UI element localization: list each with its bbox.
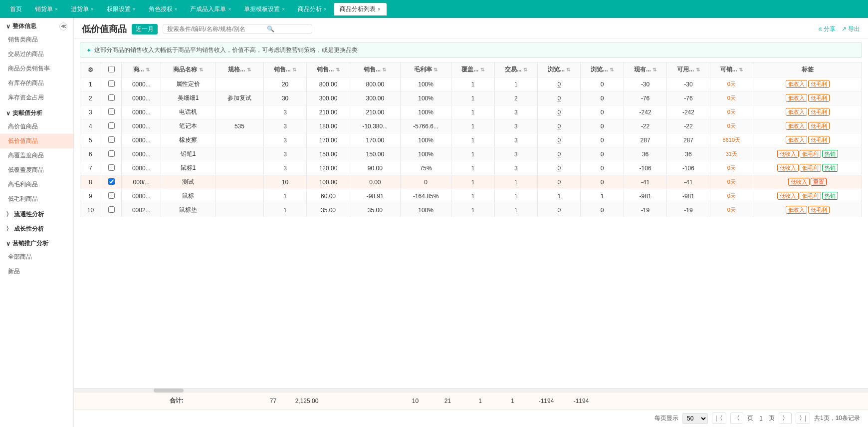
collapse-overview-btn[interactable]: ≪	[59, 22, 67, 30]
row-browse1[interactable]: 0	[538, 175, 581, 189]
sidebar-item-low-margin[interactable]: 低毛利商品	[0, 192, 73, 206]
sidebar-group-marketing[interactable]: ∨ 营销推广分析	[0, 235, 73, 250]
row-browse1[interactable]: 0	[538, 105, 581, 119]
row-check[interactable]	[108, 178, 115, 185]
row-browse1[interactable]: 0	[538, 133, 581, 147]
table-row[interactable]: 10 0002... 鼠标垫 1 35.00 35.00 100% 1 1 0 …	[80, 203, 862, 217]
col-coverage[interactable]: 覆盖... ⇅	[451, 62, 494, 77]
sidebar-item-stock-capital[interactable]: 库存资金占用	[0, 90, 73, 105]
col-spec[interactable]: 规格... ⇅	[215, 62, 263, 77]
sidebar-item-traded-products[interactable]: 交易过的商品	[0, 47, 73, 61]
close-product-list-icon[interactable]: ×	[378, 6, 381, 12]
row-browse1[interactable]: 0	[538, 147, 581, 161]
col-sales-qty[interactable]: 销售... ⇅	[263, 62, 306, 77]
sidebar-item-category-rate[interactable]: 商品分类销售率	[0, 61, 73, 76]
col-browse2[interactable]: 浏览... ⇅	[581, 62, 624, 77]
row-checkbox[interactable]	[101, 203, 121, 217]
sidebar-item-high-coverage[interactable]: 高覆盖度商品	[0, 148, 73, 163]
table-row[interactable]: 3 0000... 电话机 3 210.00 210.00 100% 1 3 0…	[80, 105, 862, 119]
nav-stock-in[interactable]: 产成品入库单 ×	[184, 3, 237, 15]
row-checkbox[interactable]	[101, 133, 121, 147]
sidebar-item-high-value[interactable]: 高价值商品	[0, 119, 73, 134]
sidebar-item-sales-products[interactable]: 销售类商品	[0, 32, 73, 47]
row-check[interactable]	[108, 150, 115, 157]
col-sales-cost[interactable]: 销售... ⇅	[350, 62, 400, 77]
select-all-checkbox[interactable]	[108, 66, 115, 72]
row-check[interactable]	[108, 108, 115, 115]
table-row[interactable]: 7 0000... 鼠标1 3 120.00 90.00 75% 1 3 0 0…	[80, 161, 862, 175]
prev-page-button[interactable]: 〈	[730, 413, 743, 424]
row-browse1[interactable]: 0	[538, 161, 581, 175]
sidebar-item-high-margin[interactable]: 高毛利商品	[0, 177, 73, 192]
sidebar-item-all-products[interactable]: 全部商品	[0, 250, 73, 264]
per-page-select[interactable]: 50 100 200	[682, 413, 708, 424]
close-product-analysis-icon[interactable]: ×	[324, 6, 327, 12]
share-button[interactable]: ⎋ 分享	[819, 25, 836, 33]
col-sellable[interactable]: 可销... ⇅	[710, 62, 753, 77]
nav-home[interactable]: 首页	[4, 3, 28, 15]
row-checkbox[interactable]	[101, 147, 121, 161]
row-checkbox[interactable]	[101, 161, 121, 175]
export-button[interactable]: ↗ 导出	[842, 25, 860, 33]
table-row[interactable]: 4 0000... 笔记本 535 3 180.00 -10,380... -5…	[80, 119, 862, 133]
row-check[interactable]	[108, 80, 115, 87]
close-template-icon[interactable]: ×	[282, 6, 285, 12]
col-checkbox[interactable]	[101, 62, 121, 77]
next-page-button[interactable]: 〉	[779, 413, 792, 424]
table-row[interactable]: 6 0000... 铅笔1 3 150.00 150.00 100% 1 3 0…	[80, 147, 862, 161]
row-checkbox[interactable]	[101, 175, 121, 189]
row-check[interactable]	[108, 192, 115, 199]
nav-product-analysis[interactable]: 商品分析 ×	[292, 3, 333, 15]
row-check[interactable]	[108, 122, 115, 129]
row-checkbox[interactable]	[101, 77, 121, 91]
sidebar-item-stock-products[interactable]: 有库存的商品	[0, 76, 73, 90]
close-purchase-icon[interactable]: ×	[91, 6, 94, 12]
table-row[interactable]: 5 0000... 橡皮擦 3 170.00 170.00 100% 1 3 0…	[80, 133, 862, 147]
row-checkbox[interactable]	[101, 119, 121, 133]
table-row[interactable]: 9 0000... 鼠标 1 60.00 -98.91 -164.85% 1 1…	[80, 189, 862, 203]
col-tags[interactable]: 标签	[753, 62, 862, 77]
close-sales-icon[interactable]: ×	[55, 6, 58, 12]
row-checkbox[interactable]	[101, 91, 121, 105]
col-gross-rate[interactable]: 毛利率 ⇅	[400, 62, 451, 77]
col-browse1[interactable]: 浏览... ⇅	[538, 62, 581, 77]
table-row[interactable]: 2 0000... 吴细细1 参加复试 30 300.00 300.00 100…	[80, 91, 862, 105]
row-checkbox[interactable]	[101, 105, 121, 119]
row-browse1[interactable]: 0	[538, 119, 581, 133]
last-page-button[interactable]: 〉|	[796, 413, 810, 424]
row-check[interactable]	[108, 164, 115, 171]
sidebar-group-overview[interactable]: ∨ 整体信息 ≪	[0, 18, 73, 32]
close-stock-in-icon[interactable]: ×	[228, 6, 231, 12]
sidebar-item-new-products[interactable]: 新品	[0, 264, 73, 279]
col-sales-amount[interactable]: 销售... ⇅	[307, 62, 350, 77]
row-check[interactable]	[108, 206, 115, 213]
table-row[interactable]: 1 0000... 属性定价 20 800.00 800.00 100% 1 1…	[80, 77, 862, 91]
row-browse1[interactable]: 0	[538, 91, 581, 105]
sidebar-item-low-coverage[interactable]: 低覆盖度商品	[0, 163, 73, 177]
search-input[interactable]	[167, 25, 267, 32]
col-code[interactable]: 商... ⇅	[122, 62, 161, 77]
sidebar-group-circulation[interactable]: 〉 流通性分析	[0, 206, 73, 221]
row-check[interactable]	[108, 136, 115, 143]
row-browse1[interactable]: 1	[538, 189, 581, 203]
close-permissions-icon[interactable]: ×	[133, 6, 136, 12]
nav-sales[interactable]: 销货单 ×	[29, 3, 64, 15]
row-browse1[interactable]: 0	[538, 203, 581, 217]
col-trade[interactable]: 交易... ⇅	[494, 62, 537, 77]
nav-product-list[interactable]: 商品分析列表 ×	[334, 3, 387, 15]
nav-template[interactable]: 单据模板设置 ×	[238, 3, 291, 15]
col-settings[interactable]: ⚙	[80, 62, 101, 77]
col-name[interactable]: 商品名称 ⇅	[161, 62, 216, 77]
nav-roles[interactable]: 角色授权 ×	[143, 3, 184, 15]
filter-tag-button[interactable]: 近一月	[132, 24, 158, 34]
row-check[interactable]	[108, 94, 115, 101]
sidebar-item-low-value[interactable]: 低价值商品	[0, 134, 73, 148]
row-browse1[interactable]: 0	[538, 77, 581, 91]
col-current-stock[interactable]: 现有... ⇅	[624, 62, 666, 77]
nav-permissions[interactable]: 权限设置 ×	[101, 3, 142, 15]
row-checkbox[interactable]	[101, 189, 121, 203]
nav-purchase[interactable]: 进货单 ×	[65, 3, 100, 15]
col-available[interactable]: 可用... ⇅	[667, 62, 710, 77]
sidebar-group-contribution[interactable]: ∨ 贡献值分析	[0, 105, 73, 119]
first-page-button[interactable]: |〈	[712, 413, 726, 424]
